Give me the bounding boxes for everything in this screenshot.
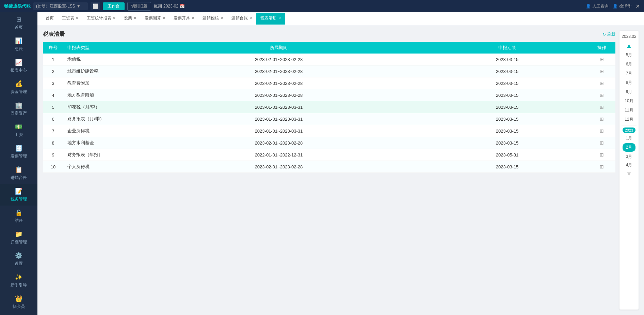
action-icon[interactable]: ⊞ xyxy=(600,140,604,146)
tab-home[interactable]: 首页 xyxy=(42,13,58,25)
month-oct[interactable]: 10月 xyxy=(619,96,639,106)
cell-period: 2023-02-01~2023-02-28 xyxy=(131,54,426,65)
tab-close-tax-form[interactable]: ✕ xyxy=(278,16,281,20)
company-name: (勿动）江西股宝-LSS xyxy=(36,3,75,9)
month-apr[interactable]: 4月 xyxy=(619,161,639,169)
sidebar-item-settings[interactable]: ⚙️ 设置 xyxy=(0,249,37,270)
tab-invoice-calc[interactable]: 发票测算 ✕ xyxy=(141,13,170,25)
action-icon[interactable]: ⊞ xyxy=(600,164,604,169)
tab-close-salary-report[interactable]: ✕ xyxy=(113,16,116,20)
tab-close-invoice[interactable]: ✕ xyxy=(133,16,136,20)
cell-period: 2023-02-01~2023-02-28 xyxy=(131,89,426,101)
ai-consult-button[interactable]: 👤 人工咨询 xyxy=(586,3,609,9)
user-profile-button[interactable]: 👤 徐泽华 xyxy=(613,3,631,9)
cell-deadline: 2023-03-15 xyxy=(426,77,588,89)
sidebar-item-home[interactable]: ⊞ 首页 xyxy=(0,12,37,34)
company-selector[interactable]: (勿动）江西股宝-LSS ▼ xyxy=(33,2,88,10)
month-mar[interactable]: 3月 xyxy=(619,152,639,161)
tab-close-invoice-open[interactable]: ✕ xyxy=(191,16,194,20)
sidebar-item-vip[interactable]: 👑 畅会员 xyxy=(0,291,37,313)
action-icon[interactable]: ⊞ xyxy=(600,128,604,134)
sidebar-item-asset[interactable]: 🏢 固定资产 xyxy=(0,98,37,120)
cell-period: 2023-01-01~2023-03-31 xyxy=(131,101,426,113)
panel-nav-up-button[interactable]: ▲ xyxy=(625,41,633,50)
sidebar-item-invoice[interactable]: 🧾 发票管理 xyxy=(0,141,37,163)
month-feb[interactable]: 2月 xyxy=(623,143,635,152)
sidebar-bottom: 📌 取消固定 xyxy=(0,313,37,315)
switch-old-button[interactable]: 切到旧版 xyxy=(127,2,151,11)
copy-icon-btn[interactable]: ⬜ xyxy=(91,2,100,10)
tab-salary-table[interactable]: 工资表 ✕ xyxy=(58,13,83,25)
month-aug[interactable]: 8月 xyxy=(619,78,639,87)
action-icon[interactable]: ⊞ xyxy=(600,104,604,110)
cell-action[interactable]: ⊞ xyxy=(588,113,615,125)
cell-deadline: 2023-05-31 xyxy=(426,149,588,161)
cell-action[interactable]: ⊞ xyxy=(588,77,615,89)
tab-tax-form[interactable]: 税表清册 ✕ xyxy=(256,13,285,25)
sidebar-item-report[interactable]: 📈 报表中心 xyxy=(0,55,37,77)
month-sep[interactable]: 9月 xyxy=(619,87,639,96)
tab-purchase-check[interactable]: 进销稽核 ✕ xyxy=(198,13,227,25)
month-jun[interactable]: 6月 xyxy=(619,60,639,69)
sidebar-item-guide[interactable]: ✨ 新手引导 xyxy=(0,270,37,291)
close-window-button[interactable]: ✕ xyxy=(635,3,640,10)
year-2023-label: 2023 xyxy=(623,127,635,133)
sidebar-item-archive[interactable]: 📁 归档管理 xyxy=(0,227,37,249)
tab-close-purchase-ledger[interactable]: ✕ xyxy=(249,16,252,20)
month-jan[interactable]: 1月 xyxy=(619,134,639,142)
tab-close-salary-table[interactable]: ✕ xyxy=(76,16,79,20)
refresh-button[interactable]: ↻ 刷新 xyxy=(602,31,615,37)
report-icon: 📈 xyxy=(15,59,22,66)
cell-type: 地方教育附加 xyxy=(63,89,131,101)
action-icon[interactable]: ⊞ xyxy=(600,69,604,74)
ledger-icon: 📊 xyxy=(15,37,22,45)
action-icon[interactable]: ⊞ xyxy=(600,116,604,122)
table-row: 8地方水利基金2023-02-01~2023-02-282023-03-15⊞ xyxy=(43,137,615,149)
cell-action[interactable]: ⊞ xyxy=(588,89,615,101)
panel-nav-down-button[interactable]: ▼ xyxy=(625,169,633,179)
tab-salary-report[interactable]: 工资统计报表 ✕ xyxy=(83,13,120,25)
table-row: 7企业所得税2023-01-01~2023-03-312023-03-15⊞ xyxy=(43,125,615,137)
cell-type: 个人所得税 xyxy=(63,161,131,173)
cell-action[interactable]: ⊞ xyxy=(588,65,615,77)
month-dec[interactable]: 12月 xyxy=(619,115,639,124)
cell-action[interactable]: ⊞ xyxy=(588,125,615,137)
tab-close-purchase-check[interactable]: ✕ xyxy=(220,16,223,20)
tab-purchase-ledger[interactable]: 进销台账 ✕ xyxy=(227,13,256,25)
sidebar-item-ledger[interactable]: 📊 总账 xyxy=(0,34,37,55)
sidebar-item-fund[interactable]: 💰 资金管理 xyxy=(0,77,37,98)
cell-seq: 10 xyxy=(43,161,63,173)
page-title: 税表清册 xyxy=(43,31,65,38)
asset-icon: 🏢 xyxy=(15,102,22,109)
cell-action[interactable]: ⊞ xyxy=(588,161,615,173)
cell-period: 2023-01-01~2023-03-31 xyxy=(131,113,426,125)
tab-invoice[interactable]: 发票 ✕ xyxy=(120,13,141,25)
tab-close-invoice-calc[interactable]: ✕ xyxy=(162,16,165,20)
month-may[interactable]: 5月 xyxy=(619,50,639,60)
cell-action[interactable]: ⊞ xyxy=(588,149,615,161)
cell-deadline: 2023-03-15 xyxy=(426,113,588,125)
cell-action[interactable]: ⊞ xyxy=(588,54,615,65)
action-icon[interactable]: ⊞ xyxy=(600,80,604,86)
sidebar-item-tax[interactable]: 📝 税务管理 xyxy=(0,184,37,206)
salary-icon: 💵 xyxy=(15,123,22,131)
th-period: 所属期间 xyxy=(131,42,426,54)
close-books-icon: 🔒 xyxy=(15,209,22,216)
cell-action[interactable]: ⊞ xyxy=(588,101,615,113)
cell-seq: 6 xyxy=(43,113,63,125)
cell-action[interactable]: ⊞ xyxy=(588,137,615,149)
month-jul[interactable]: 7月 xyxy=(619,69,639,78)
action-icon[interactable]: ⊞ xyxy=(600,57,604,62)
tax-table: 序号 申报表类型 所属期间 申报期限 操作 1增值税2023-02-01~202… xyxy=(43,42,615,173)
sidebar-item-reconcile[interactable]: 📋 进销台账 xyxy=(0,163,37,184)
sidebar-item-salary[interactable]: 💵 工资 xyxy=(0,120,37,141)
home-icon: ⊞ xyxy=(16,16,21,23)
action-icon[interactable]: ⊞ xyxy=(600,152,604,158)
cell-period: 2023-02-01~2023-02-28 xyxy=(131,77,426,89)
tab-invoice-open[interactable]: 发票开具 ✕ xyxy=(170,13,198,25)
month-nov[interactable]: 11月 xyxy=(619,106,639,115)
th-seq: 序号 xyxy=(43,42,63,54)
sidebar-item-close[interactable]: 🔒 结账 xyxy=(0,206,37,227)
workbench-button[interactable]: 工作台 xyxy=(103,2,125,10)
action-icon[interactable]: ⊞ xyxy=(600,92,604,98)
